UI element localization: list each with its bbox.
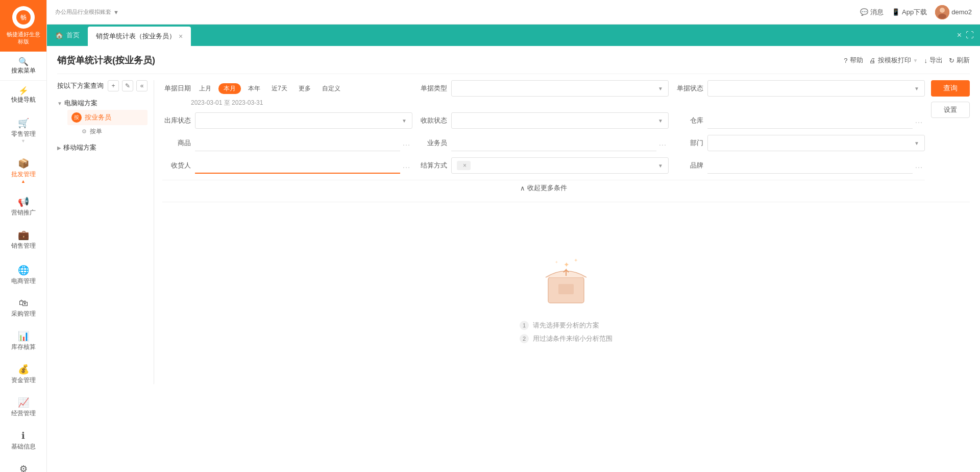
tab-close-all-btn[interactable]: × [957,31,962,40]
step-1-num: 1 [520,321,529,330]
collapse-icon: ∧ [520,184,525,192]
out-status-select[interactable]: ▼ [195,112,412,129]
left-panel-actions: + ✎ « [108,80,148,91]
sidebar: 畅 畅捷通好生意 标版 🔍 搜索菜单 ⚡ 快捷导航 🛒 零售管理 ▼ 📦 批发管… [0,0,47,472]
filter-out-status: 出库状态 ▼ [162,112,412,129]
filter-payment-method: 结算方式 × ▼ [419,157,669,174]
brand-dots-icon[interactable]: … [913,161,925,170]
svg-point-4 [938,14,946,19]
export-icon: ↓ [924,57,928,64]
sidebar-item-ecommerce[interactable]: 🌐 电商管理 [0,258,46,292]
help-btn[interactable]: ? 帮助 [844,56,863,65]
scheme-by-salesperson-label: 按业务员 [85,113,111,122]
empty-step-2: 2 用过滤条件来缩小分析范围 [520,334,612,343]
empty-step-2-label: 用过滤条件来缩小分析范围 [533,334,612,343]
receipt-status-arrow-icon: ▼ [658,118,663,124]
settings-btn[interactable]: 设置 [931,102,970,118]
out-status-arrow-icon: ▼ [402,118,407,124]
sidebar-item-retail[interactable]: 🛒 零售管理 ▼ [0,111,46,150]
query-and-btn: 单据日期 上月 本月 本年 近7天 更多 自定义 [162,80,970,196]
goods-dots-icon[interactable]: … [400,138,412,148]
sidebar-item-sales[interactable]: 💼 销售管理 [0,223,46,256]
sidebar-item-basic[interactable]: ℹ 基础信息 [0,424,46,457]
payment-method-tag-close-btn[interactable]: × [463,162,467,169]
doc-type-label: 单据类型 [419,84,447,93]
warehouse-input[interactable] [707,112,913,129]
svg-text:畅: 畅 [20,14,27,21]
date-btn-more[interactable]: 更多 [295,83,315,94]
date-btn-custom[interactable]: 自定义 [318,83,345,94]
sidebar-item-wholesale[interactable]: 📦 批发管理 ▲ [0,152,46,190]
consignee-input-wrap: … [195,157,412,174]
scheme-by-salesperson[interactable]: 按 按业务员 [67,110,148,125]
home-icon: 🏠 [55,32,63,39]
consignee-dots-icon[interactable]: … [400,161,412,170]
print-btn[interactable]: 🖨 按模板打印 ▼ [869,56,918,65]
tab-sales-stat-label: 销货单统计表（按业务员） [96,32,176,41]
sidebar-item-operation[interactable]: 📈 经营管理 [0,391,46,424]
sidebar-item-search[interactable]: 🔍 搜索菜单 [0,52,46,81]
receipt-status-select[interactable]: ▼ [451,112,669,129]
doc-status-select[interactable]: ▼ [707,80,925,97]
query-btn[interactable]: 查询 [931,80,970,97]
sidebar-item-quicknav[interactable]: ⚡ 快捷导航 [0,81,46,109]
logo-icon: 畅 [12,6,35,29]
doc-type-select[interactable]: ▼ [451,80,669,97]
doc-status-arrow-icon: ▼ [914,86,919,91]
export-btn[interactable]: ↓ 导出 [924,56,943,65]
salesperson-input[interactable] [451,135,656,151]
tab-home[interactable]: 🏠 首页 [47,25,88,46]
app-selector-label: 办公用品行业模拟账套 [55,8,111,16]
receipt-status-label: 收款状态 [419,116,447,125]
add-scheme-btn[interactable]: + [108,80,119,91]
top-header: 办公用品行业模拟账套 ▼ 💬 消息 📱 App下载 [47,0,980,25]
refresh-label: 刷新 [957,56,970,65]
mobile-section-label: 移动端方案 [63,143,96,152]
dept-select[interactable]: ▼ [707,135,925,151]
sidebar-item-marketing[interactable]: 📢 营销推广 [0,190,46,223]
app-logo[interactable]: 畅 畅捷通好生意 标版 [0,0,46,52]
mobile-section-header[interactable]: ▶ 移动端方案 [57,141,148,154]
filter-row-2: 出库状态 ▼ 收款状态 [162,112,925,129]
user-profile[interactable]: demo2 [935,5,972,19]
page-title-bar: 销货单统计表(按业务员) ? 帮助 🖨 按模板打印 ▼ ↓ 导出 [57,54,970,66]
tab-sales-stat[interactable]: 销货单统计表（按业务员） × [88,27,191,46]
salesperson-dots-icon[interactable]: … [656,138,669,148]
tab-maximize-btn[interactable]: ⛶ [966,31,974,40]
tab-bar-actions: × ⛶ [957,31,980,40]
brand-input[interactable] [707,157,913,174]
collapse-btn[interactable]: ∧ 收起更多条件 [520,183,567,193]
message-action[interactable]: 💬 消息 [860,8,884,17]
sidebar-item-finance[interactable]: 💰 资金管理 [0,358,46,391]
tab-bar: 🏠 首页 销货单统计表（按业务员） × × ⛶ [47,25,980,46]
collapse-panel-btn[interactable]: « [136,80,148,91]
date-range-display: 2023-03-01 至 2023-03-31 [162,99,925,107]
filter-results-divider [162,202,970,202]
header-left: 办公用品行业模拟账套 ▼ [55,8,119,16]
date-btn-this-year[interactable]: 本年 [244,83,264,94]
date-btn-this-month[interactable]: 本月 [218,83,241,94]
consignee-input[interactable] [195,157,400,174]
sidebar-item-system[interactable]: ⚙ 系统管理 [0,457,46,472]
empty-illustration: ✦ ✦ ✦ [535,249,597,311]
app-selector[interactable]: 办公用品行业模拟账套 ▼ [55,8,119,16]
payment-method-tag: × [457,161,471,170]
refresh-btn[interactable]: ↻ 刷新 [949,56,970,65]
tab-close-icon[interactable]: × [179,33,183,40]
payment-method-select[interactable]: × ▼ [451,157,669,174]
empty-step-1-label: 请先选择要分析的方案 [533,321,599,330]
app-download-action[interactable]: 📱 App下载 [892,8,927,17]
warehouse-dots-icon[interactable]: … [913,116,925,125]
filter-doc-status: 单据状态 ▼ [675,80,925,97]
sidebar-item-purchase[interactable]: 🛍 采购管理 [0,292,46,324]
refresh-icon: ↻ [949,57,954,64]
date-btn-7days[interactable]: 近7天 [267,83,291,94]
date-btn-last-month[interactable]: 上月 [195,83,215,94]
edit-scheme-btn[interactable]: ✎ [122,80,133,91]
main-area: 办公用品行业模拟账套 ▼ 💬 消息 📱 App下载 [47,0,980,472]
desktop-section-header[interactable]: ▼ 电脑端方案 [57,97,148,110]
print-label: 按模板打印 [878,56,911,65]
scheme-by-order[interactable]: ⚙ 按单 [67,125,148,138]
goods-input[interactable] [195,135,400,151]
sidebar-item-inventory[interactable]: 📊 库存核算 [0,324,46,358]
